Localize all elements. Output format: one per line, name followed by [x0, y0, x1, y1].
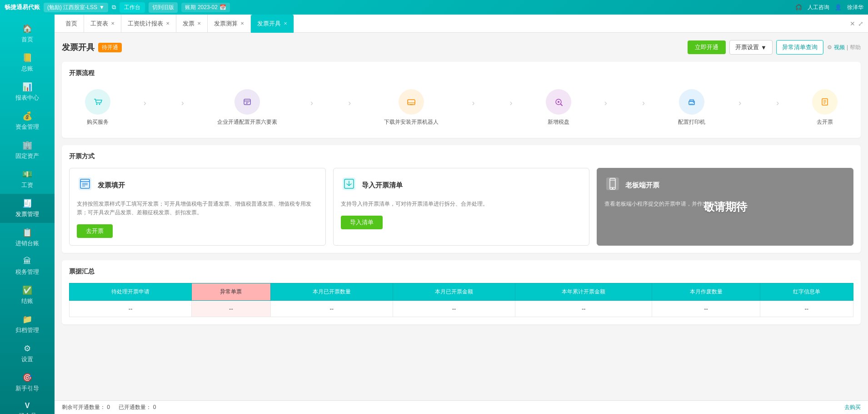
cell-month-count: --: [270, 301, 393, 317]
config-label: 企业开通配置开票六要素: [217, 118, 277, 126]
sidebar-item-salary[interactable]: 💵 工资: [0, 165, 55, 194]
tab-invoice-calc-label: 发票测算: [214, 20, 238, 28]
col-abnormal: 异常单票: [192, 283, 270, 301]
tab-invoice[interactable]: 发票 ✕: [176, 15, 208, 33]
col-year-amount: 本年累计开票金额: [515, 283, 652, 301]
svg-point-8: [404, 95, 419, 109]
tab-invoice-label: 发票: [183, 20, 195, 28]
help-area: ⚙ 视频 | 帮助: [827, 44, 861, 51]
flow-section: 开票流程 购买服务 ›: [62, 62, 861, 138]
printer-icon: [679, 89, 704, 115]
top-bar: 畅捷通易代账 (勉励) 江西股室-LSS ▼ ⧉ 工作台 切到旧版 账期 202…: [0, 0, 868, 15]
go-issue-button[interactable]: 去开票: [77, 224, 113, 238]
tab-payroll-report[interactable]: 工资统计报表 ✕: [121, 15, 176, 33]
invoice-methods: 发票填开 支持按照发票样式手工填写开发票；可开具增值税电子普通发票、增值税普通发…: [69, 168, 853, 246]
method-title-import: 导入开票清单: [362, 181, 403, 190]
switch-old-button[interactable]: 切到旧版: [149, 2, 178, 13]
settings-circle-icon: ⚙: [827, 44, 832, 50]
svg-point-38: [612, 188, 614, 189]
tab-invoice-calc-close[interactable]: ✕: [240, 21, 244, 26]
tab-home[interactable]: 首页: [59, 15, 84, 33]
sidebar-item-assets[interactable]: 🏢 固定资产: [0, 136, 55, 165]
help-label[interactable]: 帮助: [850, 44, 861, 51]
svg-point-20: [693, 102, 694, 103]
sidebar-item-home[interactable]: 🏠 首页: [0, 19, 55, 48]
flow-step-config[interactable]: 企业开通配置开票六要素: [217, 89, 277, 126]
sidebar-item-ledger[interactable]: 📒 总账: [0, 48, 55, 77]
sidebar-label-salary: 工资: [21, 181, 33, 189]
tab-invoice-calc[interactable]: 发票测算 ✕: [208, 15, 251, 33]
sidebar-item-settle[interactable]: ✅ 结账: [0, 281, 55, 310]
col-month-count: 本月已开票数量: [270, 283, 393, 301]
status-badge: 待开通: [98, 43, 122, 52]
purchase-icon: 📋: [22, 227, 32, 237]
user-name[interactable]: 徐泽华: [847, 4, 863, 11]
tab-invoice-close[interactable]: ✕: [197, 21, 201, 26]
methods-section: 开票方式: [62, 145, 861, 253]
consult-label[interactable]: 人工咨询: [808, 4, 829, 11]
consult-icon: 🎧: [795, 4, 802, 10]
flow-step-printer[interactable]: 配置打印机: [678, 89, 705, 126]
period-value: 2023-02: [198, 4, 218, 10]
settings-icon: ⚙: [24, 343, 31, 353]
flow-step-download[interactable]: 下载并安装开票机器人: [384, 89, 439, 126]
sidebar-item-settings[interactable]: ⚙ 设置: [0, 339, 55, 368]
svg-point-1: [96, 104, 97, 105]
cell-pending: --: [70, 301, 192, 317]
svg-point-0: [90, 95, 105, 109]
taxbox-icon: [546, 89, 571, 115]
immediate-open-button[interactable]: 立即开通: [688, 40, 726, 54]
buy-service-label: 购买服务: [87, 118, 109, 126]
sidebar-item-tax[interactable]: 🏛 税务管理: [0, 252, 55, 281]
arrow-5b: ›: [776, 98, 779, 117]
sidebar-item-guide[interactable]: 🎯 新手引导: [0, 368, 55, 397]
page-title: 发票开具: [62, 42, 95, 53]
svg-rect-18: [690, 103, 693, 105]
sidebar-label-tax: 税务管理: [15, 268, 39, 276]
bottom-stats: 剩余可开通数量： 0 已开通数量： 0: [62, 404, 156, 411]
period-label: 账期: [185, 4, 196, 11]
sidebar-item-archive[interactable]: 📁 归档管理: [0, 310, 55, 339]
sidebar: 🏠 首页 📒 总账 📊 报表中心 💰 资金管理 🏢 固定资产 💵 工资 🧾 发票…: [0, 15, 55, 414]
tab-payroll[interactable]: 工资表 ✕: [84, 15, 121, 33]
assets-icon: 🏢: [22, 140, 32, 150]
method-header-import: 导入开票清单: [341, 176, 582, 195]
flow-step-buy[interactable]: 购买服务: [85, 89, 110, 126]
settings-button[interactable]: 开票设置 ▼: [729, 40, 773, 55]
copy-icon[interactable]: ⧉: [112, 4, 116, 11]
sidebar-label-settle: 结账: [21, 297, 33, 305]
workspace-button[interactable]: 工作台: [120, 2, 145, 13]
buy-link[interactable]: 去购买: [844, 404, 861, 411]
tab-payroll-report-close[interactable]: ✕: [166, 21, 170, 26]
col-void-count: 本月作废数量: [652, 283, 760, 301]
sidebar-item-purchase[interactable]: 📋 进销台账: [0, 223, 55, 252]
abnormal-query-button[interactable]: 异常清单查询: [776, 40, 823, 55]
period-selector[interactable]: 账期 2023-02 📅: [181, 3, 230, 12]
company-selector[interactable]: (勉励) 江西股室-LSS ▼: [44, 3, 108, 12]
tab-invoice-issue[interactable]: 发票开具 ✕: [251, 15, 294, 33]
remaining-label: 剩余可开通数量：: [62, 404, 105, 410]
sidebar-item-member[interactable]: V 畅会员: [0, 397, 55, 414]
calendar-icon: 📅: [219, 4, 226, 10]
download-icon: [399, 89, 424, 115]
home-icon: 🏠: [22, 24, 32, 34]
svg-point-3: [240, 95, 254, 109]
import-list-button[interactable]: 导入清单: [341, 216, 383, 229]
arrow-5: ›: [738, 98, 741, 117]
sidebar-label-ledger: 总账: [21, 65, 33, 73]
tab-invoice-issue-close[interactable]: ✕: [284, 21, 287, 26]
invoice-icon: 🧾: [22, 198, 32, 208]
company-name: (勉励) 江西股室-LSS: [47, 4, 97, 11]
tab-restore[interactable]: ⤢: [858, 20, 863, 27]
tab-payroll-close[interactable]: ✕: [111, 21, 115, 26]
sidebar-item-invoice[interactable]: 🧾 发票管理: [0, 194, 55, 223]
tab-close-all[interactable]: ✕: [850, 20, 855, 27]
sidebar-item-report[interactable]: 📊 报表中心: [0, 77, 55, 106]
video-help-label[interactable]: 视频: [834, 44, 845, 51]
flow-step-taxbox[interactable]: 新增税盘: [546, 89, 571, 126]
flow-step-issue[interactable]: 去开票: [812, 89, 838, 126]
archive-icon: 📁: [22, 314, 32, 324]
manual-icon: [77, 176, 93, 195]
col-month-amount: 本月已开票金额: [393, 283, 515, 301]
sidebar-item-fund[interactable]: 💰 资金管理: [0, 106, 55, 136]
